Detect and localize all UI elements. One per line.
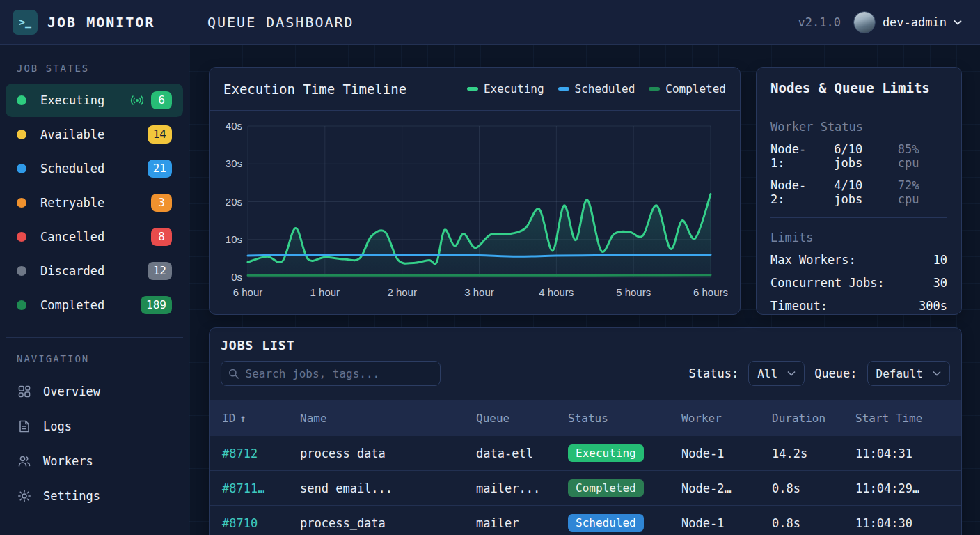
terminal-glyph: >_	[19, 16, 31, 29]
app-name: JOB MONITOR	[47, 14, 155, 31]
svg-text:6 hours: 6 hours	[693, 286, 728, 298]
job-duration: 0.8s	[772, 481, 855, 495]
chart-body: 0s10s20s30s40s6 hour1 hour2 hour3 hour4 …	[210, 111, 740, 313]
sidebar-state-item[interactable]: Retryable 3	[6, 186, 183, 219]
legend-dash-icon	[649, 87, 660, 91]
state-dot-icon	[17, 232, 26, 242]
state-count-badge: 8	[151, 228, 172, 246]
limit-value: 300s	[919, 299, 947, 313]
divider	[770, 217, 947, 218]
live-broadcast-icon	[130, 94, 144, 107]
sidebar-state-item[interactable]: Cancelled 8	[6, 220, 183, 254]
table-row[interactable]: #8710 process_data mailer Scheduled Node…	[210, 506, 961, 535]
column-header-status[interactable]: Status	[568, 412, 681, 425]
node-cpu: 72% cpu	[898, 178, 947, 206]
sidebar-item-settings[interactable]: Settings	[6, 479, 183, 513]
sidebar-state-item[interactable]: Scheduled 21	[6, 152, 183, 185]
version-label: v2.1.0	[798, 15, 840, 29]
limits-header: Limits	[770, 231, 947, 245]
legend-label: Scheduled	[575, 82, 635, 95]
legend-label: Completed	[665, 82, 726, 95]
job-status: Scheduled	[568, 514, 681, 532]
state-label: Retryable	[40, 196, 104, 210]
node-jobs: 4/10 jobs	[834, 178, 898, 206]
people-icon	[17, 453, 32, 469]
node-status-row: Node-1: 6/10 jobs 85% cpu	[770, 142, 947, 170]
job-id-link[interactable]: #8710	[222, 516, 300, 530]
top-bar: >_ JOB MONITOR QUEUE DASHBOARD v2.1.0 de…	[0, 0, 980, 45]
search-box[interactable]	[221, 361, 441, 386]
svg-text:0s: 0s	[231, 271, 242, 283]
column-header-id[interactable]: ID↑	[222, 412, 300, 425]
user-avatar[interactable]	[853, 11, 876, 33]
sidebar-state-item[interactable]: Completed 189	[6, 288, 183, 322]
jobs-list-title: JOBS LIST	[210, 338, 961, 352]
column-header-name[interactable]: Name	[300, 412, 476, 425]
sidebar-item-workers[interactable]: Workers	[6, 444, 183, 479]
state-label: Scheduled	[40, 162, 104, 176]
state-label: Discarded	[40, 264, 104, 278]
job-status: Executing	[568, 444, 681, 462]
column-header-duration[interactable]: Duration	[772, 412, 855, 425]
column-header-start-time[interactable]: Start Time	[855, 412, 961, 425]
state-dot-icon	[17, 300, 26, 310]
queue-filter-select[interactable]: Default	[867, 361, 950, 386]
node-status-row: Node-2: 4/10 jobs 72% cpu	[770, 178, 947, 206]
limit-row: Timeout: 300s	[770, 299, 947, 313]
job-status: Completed	[568, 479, 681, 497]
nodes-limits-card: Nodes & Queue Limits Worker Status Node-…	[756, 67, 962, 315]
svg-text:10s: 10s	[226, 233, 242, 245]
legend-item: Completed	[649, 82, 726, 95]
chart-legend: Executing Scheduled Completed	[467, 82, 726, 95]
status-filter-select[interactable]: All	[748, 361, 805, 386]
app-brand: >_ JOB MONITOR	[0, 0, 189, 44]
limit-row: Max Workers: 10	[770, 253, 947, 267]
state-count-badge: 3	[151, 194, 172, 212]
legend-item: Scheduled	[558, 82, 635, 95]
job-duration: 14.2s	[772, 447, 855, 460]
jobs-list-card: JOBS LIST Status: All Queue: Default	[209, 327, 962, 535]
nodes-card-title: Nodes & Queue Limits	[757, 68, 961, 107]
limits-list: Max Workers: 10 Concurrent Jobs: 30 Time…	[770, 253, 947, 313]
svg-text:4 hours: 4 hours	[539, 286, 574, 298]
nav-label: Settings	[43, 489, 100, 503]
search-input[interactable]	[246, 367, 433, 380]
job-id-link[interactable]: #8711…	[222, 481, 300, 495]
limit-label: Timeout:	[770, 299, 828, 313]
legend-dash-icon	[467, 87, 478, 91]
sidebar-item-logs[interactable]: Logs	[6, 409, 183, 444]
state-dot-icon	[17, 198, 26, 208]
queue-filter-value: Default	[876, 367, 923, 380]
sidebar-state-item[interactable]: Available 14	[6, 118, 183, 151]
job-states-list: Executing 6 Available 14 Scheduled 21	[6, 84, 183, 322]
job-start-time: 11:04:29…	[855, 481, 961, 495]
legend-item: Executing	[467, 82, 544, 95]
sidebar-state-item[interactable]: Discarded 12	[6, 254, 183, 288]
svg-text:3 hour: 3 hour	[464, 286, 494, 298]
state-label: Executing	[40, 93, 104, 107]
table-row[interactable]: #8711… send_email... mailer... Completed…	[210, 471, 961, 506]
nav-label: Logs	[43, 419, 72, 433]
column-header-queue[interactable]: Queue	[476, 412, 568, 425]
user-menu[interactable]: dev-admin	[853, 11, 962, 33]
status-badge: Scheduled	[568, 514, 644, 532]
timeline-chart: 0s10s20s30s40s6 hour1 hour2 hour3 hour4 …	[219, 118, 732, 310]
sidebar-item-overview[interactable]: Overview	[6, 374, 183, 409]
column-header-worker[interactable]: Worker	[681, 412, 772, 425]
terminal-logo-icon: >_	[13, 10, 38, 35]
filters: Status: All Queue: Default	[689, 361, 950, 386]
job-queue: data-etl	[476, 447, 568, 460]
grid-icon	[17, 384, 32, 399]
nav-label: Workers	[43, 454, 93, 468]
job-name: process_data	[300, 516, 476, 530]
job-id-link[interactable]: #8712	[222, 447, 300, 460]
state-count-badge: 189	[141, 296, 172, 314]
node-cpu: 85% cpu	[898, 142, 947, 170]
top-bar-main: QUEUE DASHBOARD v2.1.0 dev-admin	[189, 0, 980, 44]
svg-text:5 hours: 5 hours	[616, 286, 651, 298]
job-states-header: JOB STATES	[6, 63, 183, 74]
document-icon	[17, 419, 32, 434]
table-row[interactable]: #8712 process_data data-etl Executing No…	[210, 436, 961, 471]
state-count-badge: 14	[148, 125, 172, 144]
sidebar-state-item[interactable]: Executing 6	[6, 84, 183, 117]
